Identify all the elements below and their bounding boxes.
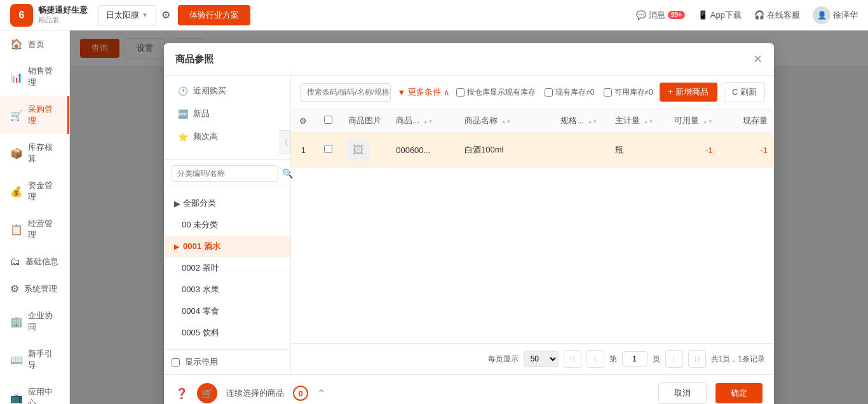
app-sub: 精品版 [38,15,88,25]
purchase-icon: 🛒 [10,109,23,121]
message-label: 消息 [649,10,665,21]
sidebar-label-guide: 新手引导 [28,348,59,371]
support-btn[interactable]: 🎧 在线客服 [754,10,800,21]
refresh-sm-btn[interactable]: C 刷新 [724,82,765,102]
user-area[interactable]: 👤 徐泽华 [813,6,858,24]
tree-label-0003: 0003 水果 [182,284,219,295]
store-name: 日太阳膜 [106,10,139,21]
exp-btn[interactable]: 体验行业方案 [178,5,250,25]
sidebar-item-system[interactable]: ⚙ 系统管理 [0,275,69,302]
check-warehouse-cb[interactable] [456,88,465,97]
sidebar-label-purchase: 采购管理 [28,104,57,126]
cancel-btn[interactable]: 取消 [658,382,707,404]
enterprise-icon: 🏢 [10,316,23,328]
sort-name-icon: ▲▼ [501,119,512,125]
nav-right: 💬 消息 99+ 📱 App下载 🎧 在线客服 👤 徐泽华 [636,6,858,24]
sidebar-item-home[interactable]: 🏠 首页 [0,30,69,58]
sidebar-item-guide[interactable]: 📖 新手引导 [0,340,69,379]
sidebar-item-apps[interactable]: 📺 应用中心 [0,379,69,404]
category-search-input[interactable] [172,165,278,182]
tree-item-0004[interactable]: 0004 零食 [164,300,290,322]
select-all-checkbox[interactable] [324,116,332,124]
selected-label: 连续选择的商品 [226,387,284,399]
tree-arrow-0001: ▶ [174,243,179,250]
page-number-input[interactable] [622,351,648,367]
main-layout: 🏠 首页 📊 销售管理 🛒 采购管理 📦 库存核算 💰 资金管理 📋 经营管理 … [0,30,868,404]
sidebar-item-basic[interactable]: 🗂 基础信息 [0,248,69,275]
sort-code-icon: ▲▼ [423,119,433,125]
tab-new[interactable]: 🆕 新品 [172,104,283,124]
store-selector-arrow: ▼ [142,11,148,18]
sidebar-item-ops[interactable]: 📋 经营管理 [0,210,69,248]
filter-icon: ▼ [397,88,405,97]
th-spec[interactable]: 规格... ▲▼ [554,109,609,133]
show-disabled-label[interactable]: 显示停用 [185,356,218,368]
table-row[interactable]: 1 🖼 000600... 白酒100ml [291,133,774,168]
th-settings: ⚙ [291,109,316,133]
store-selector[interactable]: 日太阳膜 ▼ [98,5,156,25]
filter-btn[interactable]: ▼ 更多条件 ∧ [397,86,450,98]
last-page-btn[interactable]: ⟩⟩ [688,350,706,368]
tree-item-0005[interactable]: 0005 饮料 [164,322,290,344]
sidebar-item-sales[interactable]: 📊 销售管理 [0,58,69,96]
check-usable-option[interactable]: 可用库存≠0 [604,87,653,98]
row-check [316,133,341,168]
next-page-btn[interactable]: ⟩ [665,350,683,368]
sidebar-item-inventory[interactable]: 📦 库存核算 [0,134,69,172]
tree-label-0004: 0004 零食 [182,306,219,317]
th-avail[interactable]: 可用量 ▲▼ [664,109,719,133]
th-unit[interactable]: 主计量 ▲▼ [609,109,664,133]
th-check [316,109,341,133]
sidebar-item-enterprise[interactable]: 🏢 企业协同 [0,302,69,340]
left-panel: 🕐 近期购买 🆕 新品 ⭐ 频次高 [164,76,291,374]
th-code[interactable]: 商品... ▲▼ [390,109,458,133]
modal-title: 商品参照 [175,53,214,65]
check-avail-label: 现有库存≠0 [555,87,594,98]
tree-item-00[interactable]: 00 未分类 [164,214,290,236]
tree-item-0008[interactable]: 0008 水 [164,344,290,349]
apps-icon: 📺 [10,392,23,404]
footer-collapse-icon[interactable]: ⌃ [317,387,325,400]
show-disabled-checkbox[interactable] [172,358,180,367]
ops-icon: 📋 [10,224,23,236]
th-name[interactable]: 商品名称 ▲▼ [458,109,554,133]
cart-btn[interactable]: 🛒 [197,383,217,403]
modal-close-btn[interactable]: ✕ [753,52,763,66]
add-product-btn[interactable]: + 新增商品 [660,83,717,102]
logo-area: 6 畅捷通好生意 精品版 [10,4,88,27]
selected-count: 0 [293,386,308,401]
prev-page-btn[interactable]: ⟨ [587,350,604,368]
row-checkbox[interactable] [324,145,332,153]
tree-item-0003[interactable]: 0003 水果 [164,279,290,300]
tree-label-0002: 0002 茶叶 [182,262,219,274]
tree-item-0002[interactable]: 0002 茶叶 [164,257,290,279]
tree-item-all[interactable]: ▶ 全部分类 [164,192,290,214]
help-icon[interactable]: ❓ [175,387,188,400]
row-img: 🖼 [341,133,390,168]
app-download-btn[interactable]: 📱 App下载 [698,10,742,21]
sales-icon: 📊 [10,71,23,83]
left-panel-collapse-btn[interactable]: 《 [279,130,290,154]
tree-item-0001[interactable]: ▶ 0001 酒水 [164,236,290,257]
check-usable-cb[interactable] [604,88,612,97]
filter-arrow: ∧ [444,88,450,97]
frequent-icon: ⭐ [178,132,188,142]
page-word-2: 页 [653,354,660,365]
tree-label-0001: 0001 酒水 [183,241,220,252]
tab-frequent[interactable]: ⭐ 频次高 [172,126,283,147]
tab-recent[interactable]: 🕐 近期购买 [172,81,283,101]
per-page-select[interactable]: 20 50 100 [524,351,559,367]
check-avail-option[interactable]: 现有库存≠0 [545,87,594,98]
first-page-btn[interactable]: ⟨⟨ [564,350,581,368]
sidebar-label-inventory: 库存核算 [28,142,59,165]
category-tree: ▶ 全部分类 00 未分类 ▶ 0001 酒水 0002 茶 [164,187,290,349]
check-avail-cb[interactable] [545,88,553,97]
message-btn[interactable]: 💬 消息 99+ [636,10,685,21]
check-warehouse-option[interactable]: 按仓库显示现有库存 [456,87,536,98]
product-search-input[interactable] [301,84,391,100]
confirm-btn[interactable]: 确定 [715,383,763,403]
settings-icon[interactable]: ⚙ [161,9,170,21]
tab-frequent-label: 频次高 [193,131,218,142]
sidebar-item-finance[interactable]: 💰 资金管理 [0,172,69,210]
sidebar-item-purchase[interactable]: 🛒 采购管理 [0,96,69,134]
